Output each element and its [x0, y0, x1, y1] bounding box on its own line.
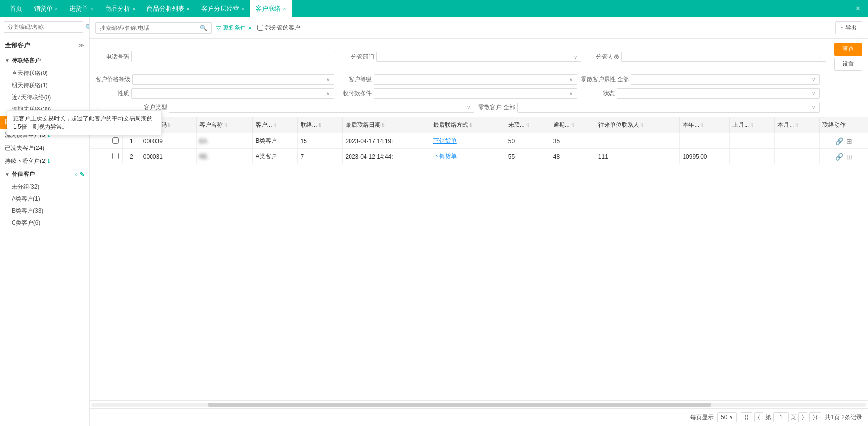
- scatter-customer-select[interactable]: ∨: [517, 103, 820, 113]
- col-last-contact-date-header[interactable]: 最后联络日期⇅: [342, 117, 430, 133]
- col-current-year-header[interactable]: 本年...⇅: [680, 117, 730, 133]
- sidebar-search-icon[interactable]: 🔍: [85, 24, 90, 30]
- sidebar-all-customers[interactable]: 全部客户 ≫: [0, 37, 89, 54]
- nav-product-analysis[interactable]: 商品分析 ×: [99, 0, 141, 17]
- row1-last-contact-method[interactable]: 下销货单: [430, 133, 505, 149]
- row1-code: 000039: [140, 133, 196, 149]
- horizontal-scrollbar-thumb[interactable]: [208, 403, 711, 407]
- col-uncontacted-header[interactable]: 未联...⇅: [505, 117, 550, 133]
- a-class-item[interactable]: A类客户(1): [0, 193, 89, 205]
- my-customers-checkbox-area: 我分管的客户: [257, 24, 300, 32]
- row2-contact-method-link[interactable]: 下销货单: [433, 153, 457, 160]
- nav-home[interactable]: 首页: [4, 0, 28, 17]
- nav-sales[interactable]: 销货单 ×: [28, 0, 63, 17]
- filter-search-icon[interactable]: 🔍: [200, 25, 207, 31]
- per-page-select[interactable]: 50 ∨: [717, 412, 737, 422]
- col-last-contact-method-header[interactable]: 最后联络方式⇅: [430, 117, 505, 133]
- sidebar-collapse-icon[interactable]: ≫: [78, 43, 84, 49]
- col-contact-person-header[interactable]: 往来单位联系人⇅: [595, 117, 680, 133]
- value-customer-refresh-icon[interactable]: ○: [75, 171, 78, 177]
- churned-item[interactable]: 已流失客户(24): [0, 142, 89, 155]
- value-customer-section-header[interactable]: ▼ 价值客户 ○ ✎: [0, 168, 89, 181]
- row1-contact-method-link[interactable]: 下销货单: [433, 137, 457, 144]
- col-category-header[interactable]: 客户...⇅: [252, 117, 297, 133]
- row2-select-checkbox[interactable]: [112, 153, 119, 159]
- advanced-filters: 电话号码 分管部门 ∨ 分管人员 ···: [90, 39, 868, 117]
- filter-icon: ▽: [216, 25, 221, 31]
- payment-select[interactable]: ∨: [374, 88, 577, 99]
- total-page-label: 页: [791, 413, 796, 422]
- person-select[interactable]: ···: [621, 52, 826, 62]
- more-conditions-btn[interactable]: ▽ 更多条件 ∧: [216, 24, 252, 32]
- value-customer-arrow-icon: ▼: [5, 172, 10, 177]
- tomorrow-pending-item[interactable]: 明天待联络(1): [0, 79, 89, 91]
- nav-customer-contact-close[interactable]: ×: [283, 6, 286, 12]
- nav-product-list[interactable]: 商品分析列表 ×: [141, 0, 195, 17]
- c-class-item[interactable]: C类客户(6): [0, 217, 89, 229]
- row1-grid-icon[interactable]: ⊞: [846, 137, 852, 145]
- page-number-input[interactable]: [773, 412, 789, 422]
- row1-action-icons: 🔗 ⊞: [822, 137, 865, 145]
- nav-purchase-close[interactable]: ×: [90, 6, 93, 12]
- first-page-button[interactable]: ⟨⟨: [741, 412, 752, 422]
- col-method-sort-icon: ⇅: [469, 123, 473, 128]
- my-customers-checkbox[interactable]: [257, 25, 263, 31]
- more-filter-field: ···: [95, 105, 129, 111]
- row2-last-contact-date: 2023-04-12 14:44:: [342, 149, 430, 164]
- declining-item[interactable]: 持续下滑客户(2) ℹ: [0, 155, 89, 168]
- declining-info-icon[interactable]: ℹ: [48, 158, 50, 164]
- settings-button[interactable]: 设置: [834, 58, 862, 71]
- row1-category: B类客户: [252, 133, 297, 149]
- export-button[interactable]: ↑ 导出: [835, 21, 862, 34]
- close-all-button[interactable]: ×: [852, 4, 864, 13]
- phone-input[interactable]: [131, 51, 336, 62]
- price-level-select[interactable]: ∨: [132, 74, 334, 85]
- col-name-header[interactable]: 客户名称⇅: [196, 117, 252, 133]
- nav-customer-contact[interactable]: 客户联络 ×: [250, 0, 291, 17]
- row2-link-icon[interactable]: 🔗: [835, 153, 843, 161]
- week-pending-item[interactable]: 近7天待联络(0): [0, 91, 89, 103]
- col-contact-header[interactable]: 联络...⇅: [297, 117, 342, 133]
- next-page-button[interactable]: ⟩: [798, 412, 807, 422]
- b-class-item[interactable]: B类客户(33): [0, 205, 89, 217]
- nav-customer-segment-close[interactable]: ×: [241, 6, 244, 12]
- col-last-contact-method-label: 最后联络方式: [433, 121, 468, 129]
- nav-sales-close[interactable]: ×: [55, 6, 58, 12]
- row1-select-checkbox[interactable]: [112, 137, 119, 144]
- col-category-label: 客户...: [256, 121, 272, 129]
- today-pending-item[interactable]: 今天待联络(0): [0, 67, 89, 79]
- nav-purchase[interactable]: 进货单 ×: [63, 0, 99, 17]
- customer-level-select[interactable]: ∨: [374, 74, 577, 85]
- nav-product-list-close[interactable]: ×: [186, 6, 189, 12]
- filter-row-2: 客户价格等级 ∨ 客户等级 ∨ 零散客户属性 全部: [95, 74, 862, 85]
- col-overdue-header[interactable]: 逾期...⇅: [550, 117, 595, 133]
- last-page-button[interactable]: ⟩⟩: [809, 412, 821, 422]
- value-customer-section-label: 价值客户: [12, 170, 35, 178]
- col-last-month-header[interactable]: 上月...⇅: [730, 117, 775, 133]
- row2-grid-icon[interactable]: ⊞: [846, 153, 852, 161]
- row2-last-contact-method[interactable]: 下销货单: [430, 149, 505, 164]
- col-code-sort-icon: ⇅: [168, 123, 171, 128]
- nature-select[interactable]: ∨: [131, 88, 334, 99]
- unclassified-item[interactable]: 未分组(32): [0, 181, 89, 193]
- filter-search-input[interactable]: [100, 25, 198, 31]
- nav-product-analysis-close[interactable]: ×: [132, 6, 135, 12]
- query-button[interactable]: 查询: [834, 43, 862, 56]
- dept-select[interactable]: ∨: [376, 52, 581, 62]
- col-current-month-header[interactable]: 本月...⇅: [775, 117, 820, 133]
- row1-link-icon[interactable]: 🔗: [835, 137, 843, 145]
- customer-type-select[interactable]: ∨: [169, 103, 474, 113]
- row2-index: 2: [122, 149, 140, 164]
- scatter-attr-select[interactable]: ∨: [631, 74, 820, 85]
- horizontal-scrollbar[interactable]: [91, 403, 866, 407]
- prev-page-button[interactable]: ⟨: [754, 412, 763, 422]
- horizontal-scrollbar-area: [90, 400, 868, 408]
- nav-customer-segment[interactable]: 客户分层经营 ×: [196, 0, 250, 17]
- pending-section-header[interactable]: ▼ 待联络客户: [0, 54, 89, 67]
- status-select[interactable]: ∨: [617, 88, 820, 99]
- value-customer-edit-icon[interactable]: ✎: [80, 171, 84, 177]
- row2-actions: 🔗 ⊞: [820, 149, 868, 164]
- sidebar-search-input[interactable]: [4, 21, 83, 33]
- row2-current-month: [775, 149, 820, 164]
- more-filter-btn[interactable]: ···: [95, 105, 100, 111]
